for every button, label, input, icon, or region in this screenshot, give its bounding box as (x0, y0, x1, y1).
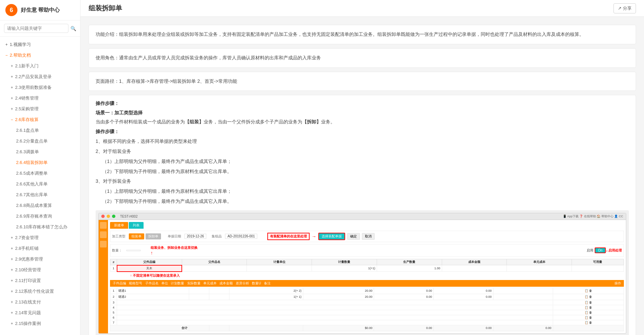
topbar: 组装拆卸单 ↗ 分享 (80, 0, 644, 17)
btn-cancel[interactable]: 取消 (362, 233, 375, 240)
sidebar-item-24[interactable]: + 2.4销售管理 (0, 93, 80, 104)
btn-assemble[interactable]: 组装单 (129, 233, 144, 239)
step3-1: （1）上部明细为父件明细，最终作为原材料生成其它出库单； (96, 187, 629, 196)
share-button[interactable]: ↗ 分享 (613, 3, 636, 13)
plus-icon-212: + (11, 289, 13, 294)
intro-box-2: 使用角色：通常由生产人员或库管人员完成拆装业务的操作，库管人员确认原材料的出库和… (89, 48, 636, 68)
sidebar-item-22[interactable]: + 2.2产品安装及登录 (0, 71, 80, 82)
sidebar-item-266[interactable]: 2.6.6其他入库单 (0, 179, 80, 189)
sidebar-item-21[interactable]: + 2.1新手入门 (0, 61, 80, 71)
sidebar-item-263[interactable]: 2.6.3调拨单 (0, 147, 80, 157)
sidebar-icon-3 (100, 241, 107, 247)
enable-processing-area: 启用 On 启用处理 ← (587, 247, 622, 253)
plus-icon-213: + (11, 300, 13, 304)
plus-icon-23: + (11, 85, 13, 90)
sidebar-item-26[interactable]: − 2.6库存核算 (0, 114, 80, 125)
sidebar-item-2610[interactable]: 2.6.10库存账本错了怎么办 (0, 222, 80, 232)
steps-section: 操作步骤： 场景一：加工类型选择 当由多个子件材料组装成一个成品的业务为【组装】… (89, 95, 636, 335)
minimize-dot (107, 215, 110, 218)
th-qty: 计量数量 (312, 259, 377, 265)
intro-text-1: 功能介绍：组装拆卸单用来处理企业组装或拆卸等加工业务，支持有固定装配清单的产品加… (96, 31, 629, 39)
sidebar-item-264-current[interactable]: 2.6.4组装拆卸单 (0, 157, 80, 168)
sidebar-item-269[interactable]: 2.6.9库存账本查询 (0, 211, 80, 222)
intro-box-3: 页面路径：1、库存核算->库存管理->组装拆卸单 2、首页->常用功能 (89, 72, 636, 91)
sidebar-item-video[interactable]: + 1.视频学习 (0, 39, 80, 50)
sidebar-icon-1 (100, 222, 107, 229)
table-row: 1 关木 1(+1) 1.00 (110, 265, 624, 272)
sidebar-item-265[interactable]: 2.6.5成本调整单 (0, 168, 80, 179)
sidebar-item-29[interactable]: + 2.9优惠券管理 (0, 254, 80, 265)
app-tabs: 新建单 列表 (110, 222, 624, 229)
sidebar-item-267[interactable]: 2.6.7其他出库单 (0, 189, 80, 200)
annotation-switch-area: 组装业务、拆卸业务在这里切换 ↑ (151, 245, 198, 256)
scenario1-label: 场景一：加工类型选择 (96, 110, 629, 116)
enable-btn[interactable]: On (595, 247, 606, 253)
collection-label: 集组品 (212, 234, 222, 239)
sidebar-item-211[interactable]: + 2.11打印设置 (0, 275, 80, 286)
tab-new[interactable]: 新建单 (110, 222, 128, 229)
plus-icon: + (5, 42, 8, 47)
plus-icon-215: + (11, 321, 13, 326)
sidebar-item-27[interactable]: + 2.7资金管理 (0, 232, 80, 243)
child-row-7: 7 📋 🗑 (110, 320, 624, 325)
label-qty: 数量： (112, 248, 123, 253)
sidebar-item-215[interactable]: + 2.15操作案例 (0, 318, 80, 329)
sidebar-item-25[interactable]: + 2.5采购管理 (0, 104, 80, 114)
sidebar-item-262[interactable]: 2.6.2分量盘点单 (0, 136, 80, 147)
intro-text-2: 使用角色：通常由生产人员或库管人员完成拆装业务的操作，库管人员确认原材料的出库和… (96, 54, 629, 62)
order-date-label: 单据日期 (168, 234, 181, 239)
sidebar-item-261[interactable]: 2.6.1盘点单 (0, 125, 80, 136)
plus-icon-24: + (11, 96, 13, 101)
btn-select-assembly[interactable]: 选择装配单据 (318, 233, 345, 240)
sidebar-item-214[interactable]: + 2.14常见问题 (0, 308, 80, 318)
qty-input[interactable] (126, 250, 141, 251)
th-unit-cost: 单元成本 (507, 259, 572, 265)
sidebar-item-213[interactable]: + 2.13在线支付 (0, 297, 80, 308)
annotation-processing: 启用处理 ← (608, 248, 622, 253)
app-sidebar-strip (99, 220, 108, 333)
form-row-2: 数量： 组装业务、拆卸业务在这里切换 ↑ (110, 244, 624, 257)
btn-disassemble[interactable]: 拆卸单 (146, 233, 161, 239)
intro-box-1: 功能介绍：组装拆卸单用来处理企业组装或拆卸等加工业务，支持有固定装配清单的产品加… (89, 25, 636, 44)
parent-table-container: # 父件品编 父件品名 计量单位 计量数量 生产数量 成本金额 单元成本 (110, 259, 624, 272)
logo-text: 好生意 帮助中心 (21, 7, 60, 14)
sidebar-item-212[interactable]: + 2.12系统个性化设置 (0, 286, 80, 297)
search-icon[interactable]: 🔍 (70, 26, 76, 31)
arrow-left-processing: ← (605, 248, 610, 254)
sidebar-item-268[interactable]: 2.6.8商品成本重算 (0, 200, 80, 211)
parent-code-cell[interactable]: 关木 (117, 265, 182, 272)
child-table-header: 子件品编 规格型号 子件品名 单位 计划数量 实际数量 单元成本 成本金额 差异… (110, 280, 624, 287)
th-parent-code: 父件品编 (117, 259, 182, 265)
tab-list[interactable]: 列表 (129, 222, 144, 229)
order-type-label: 加工类型 (112, 234, 125, 239)
step2: 2、对于组装业务 (96, 148, 629, 156)
plus-icon-211: + (11, 278, 13, 283)
child-row-3: 3 📋 🗑 (110, 300, 624, 305)
sidebar-item-210[interactable]: + 2.10经营管理 (0, 265, 80, 275)
child-header-title: 子件品编 规格型号 子件品名 单位 计划数量 实际数量 单元成本 成本金额 差异… (113, 281, 271, 286)
child-table: 1 嗯通1 2(+ 2) 20.00 0.00 0.00 (110, 288, 624, 331)
step1: 1、根据不同的业务，选择不同单据的类型来处理 (96, 137, 629, 146)
sidebar-item-docs[interactable]: − 2.帮助文档 (0, 50, 80, 61)
child-table-container: 子件品编 规格型号 子件品名 单位 计划数量 实际数量 单元成本 成本金额 差异… (110, 280, 624, 331)
plus-icon-210: + (11, 268, 13, 272)
search-input[interactable] (4, 24, 68, 33)
main-area: 组装拆卸单 ↗ 分享 功能介绍：组装拆卸单用来处理企业组装或拆卸等加工业务，支持… (80, 0, 644, 335)
annotation-upper-label: 不固定清单可以随便在这里录入 (133, 274, 180, 277)
plus-icon-25: + (11, 107, 13, 111)
collection-value: AD-20191226-001 (225, 234, 257, 239)
content-area: 功能介绍：组装拆卸单用来处理企业组装或拆卸等加工业务，支持有固定装配清单的产品加… (80, 17, 644, 335)
page-title: 组装拆卸单 (89, 4, 122, 13)
sidebar-item-28[interactable]: + 2.8手机旺铺 (0, 243, 80, 254)
logo-icon: 6 (5, 4, 17, 16)
share-icon: ↗ (618, 6, 622, 11)
plus-icon-214: + (11, 311, 13, 315)
child-row-5: 5 📋 🗑 (110, 310, 624, 315)
step2-1: （1）上部明细为父件明细，最终作为产成品生成其它入库单； (96, 158, 629, 166)
plus-icon-29: + (11, 257, 13, 262)
arrow-up-switch: ↑ (151, 250, 153, 256)
annotation-upper: ↑ 不固定清单可以随便在这里录入 (110, 273, 624, 278)
btn-confirm[interactable]: 确定 (347, 233, 360, 240)
child-row-1: 1 嗯通1 2(+ 2) 20.00 0.00 0.00 (110, 288, 624, 294)
sidebar-item-23[interactable]: + 2.3使用前数据准备 (0, 82, 80, 93)
